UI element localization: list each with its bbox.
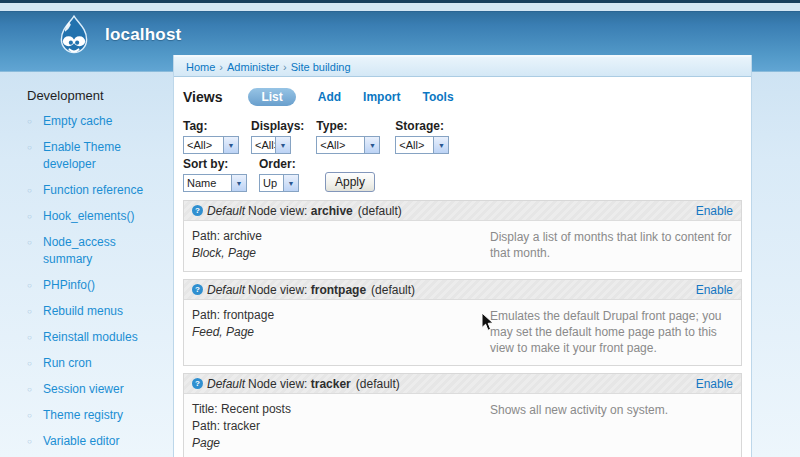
circle-bullet-icon: ○ xyxy=(27,139,43,173)
circle-bullet-icon: ○ xyxy=(27,234,43,268)
view-row-archive: ?DefaultNode view: archive(default) Enab… xyxy=(183,200,742,272)
view-path: Path: frontpage xyxy=(192,307,490,324)
sidebar-item-theme-registry[interactable]: Theme registry xyxy=(43,407,161,424)
circle-bullet-icon: ○ xyxy=(27,381,43,398)
view-displays: Page xyxy=(192,435,490,452)
breadcrumb-administer-link[interactable]: Administer xyxy=(227,61,279,73)
top-light-strip xyxy=(0,3,800,11)
circle-bullet-icon: ○ xyxy=(27,208,43,225)
sidebar-item-phpinfo[interactable]: PHPinfo() xyxy=(43,277,161,294)
sidebar-item-session-viewer[interactable]: Session viewer xyxy=(43,381,161,398)
circle-bullet-icon: ○ xyxy=(27,355,43,372)
view-path: Path: archive xyxy=(192,228,490,245)
list-item: ○Node_access summary xyxy=(27,234,173,268)
sidebar-item-run-cron[interactable]: Run cron xyxy=(43,355,161,372)
filter-tag: Tag: <All> ▼ xyxy=(183,119,239,154)
view-default-flag: Default xyxy=(207,204,245,218)
view-default-flag: Default xyxy=(207,283,245,297)
tab-add[interactable]: Add xyxy=(318,90,341,104)
sidebar-section-title: Development xyxy=(27,88,173,103)
sidebar-item-hook-elements[interactable]: Hook_elements() xyxy=(43,208,161,225)
content-panel: Home›Administer›Site building Views List… xyxy=(173,55,752,457)
dropdown-arrow-icon: ▼ xyxy=(283,175,298,191)
view-path: Path: tracker xyxy=(192,418,490,435)
list-item: ○Function reference xyxy=(27,182,173,199)
storage-select[interactable]: <All> ▼ xyxy=(395,136,449,154)
dropdown-arrow-icon: ▼ xyxy=(275,137,290,153)
sidebar-item-empty-cache[interactable]: Empty cache xyxy=(43,113,161,130)
sidebar-item-rebuild-menus[interactable]: Rebuild menus xyxy=(43,303,161,320)
view-row-body: Path: frontpage Feed, Page Emulates the … xyxy=(184,300,741,365)
view-kind: Node view: xyxy=(248,204,307,218)
view-title: Title: Recent posts xyxy=(192,401,490,418)
view-name: tracker xyxy=(311,377,351,391)
filter-order: Order: Up ▼ xyxy=(259,157,299,192)
circle-bullet-icon: ○ xyxy=(27,277,43,294)
sort-by-select[interactable]: Name ▼ xyxy=(183,174,247,192)
order-select[interactable]: Up ▼ xyxy=(259,174,299,192)
site-brand[interactable]: localhost xyxy=(56,14,181,56)
breadcrumb-separator: › xyxy=(219,61,223,73)
help-icon[interactable]: ? xyxy=(192,205,203,216)
list-item: ○PHPinfo() xyxy=(27,277,173,294)
filter-sort-by: Sort by: Name ▼ xyxy=(183,157,247,192)
breadcrumb-home-link[interactable]: Home xyxy=(186,61,215,73)
help-icon[interactable]: ? xyxy=(192,378,203,389)
circle-bullet-icon: ○ xyxy=(27,433,43,450)
circle-bullet-icon: ○ xyxy=(27,329,43,346)
list-item: ○Rebuild menus xyxy=(27,303,173,320)
view-row-header: ?DefaultNode view: frontpage(default) En… xyxy=(184,280,741,300)
view-row-frontpage: ?DefaultNode view: frontpage(default) En… xyxy=(183,279,742,366)
page-title: Views xyxy=(183,89,222,105)
view-row-tracker: ?DefaultNode view: tracker(default) Enab… xyxy=(183,373,742,457)
views-filters: Tag: <All> ▼ Displays: <All> ▼ xyxy=(183,119,742,192)
sidebar: Development ○Empty cache ○Enable Theme d… xyxy=(0,72,173,457)
circle-bullet-icon: ○ xyxy=(27,113,43,130)
view-name: frontpage xyxy=(311,283,366,297)
sidebar-item-reinstall-modules[interactable]: Reinstall modules xyxy=(43,329,161,346)
view-row-body: Title: Recent posts Path: tracker Page S… xyxy=(184,394,741,457)
list-item: ○Variable editor xyxy=(27,433,173,450)
sidebar-item-function-reference[interactable]: Function reference xyxy=(43,182,161,199)
help-icon[interactable]: ? xyxy=(192,284,203,295)
enable-link[interactable]: Enable xyxy=(696,377,733,391)
displays-label: Displays: xyxy=(251,119,304,133)
breadcrumb-site-building-link[interactable]: Site building xyxy=(291,61,351,73)
title-and-tabs-row: Views List Add Import Tools xyxy=(183,86,742,108)
tag-label: Tag: xyxy=(183,119,239,133)
tab-import[interactable]: Import xyxy=(363,90,400,104)
sidebar-item-node-access-summary[interactable]: Node_access summary xyxy=(43,234,161,268)
tab-tools[interactable]: Tools xyxy=(422,90,453,104)
view-name: archive xyxy=(311,204,353,218)
apply-button[interactable]: Apply xyxy=(325,172,375,192)
filter-displays: Displays: <All> ▼ xyxy=(251,119,304,154)
type-label: Type: xyxy=(316,119,380,133)
enable-link[interactable]: Enable xyxy=(696,283,733,297)
type-select[interactable]: <All> ▼ xyxy=(316,136,380,154)
tab-list[interactable]: List xyxy=(248,88,295,106)
view-description: Shows all new activity on system. xyxy=(490,401,733,452)
view-description: Emulates the default Drupal front page; … xyxy=(490,307,733,356)
filter-storage: Storage: <All> ▼ xyxy=(395,119,449,154)
sidebar-section-development: Development ○Empty cache ○Enable Theme d… xyxy=(27,88,173,450)
storage-label: Storage: xyxy=(395,119,449,133)
sidebar-item-enable-theme-developer[interactable]: Enable Theme developer xyxy=(43,139,161,173)
site-name[interactable]: localhost xyxy=(105,25,181,45)
enable-link[interactable]: Enable xyxy=(696,204,733,218)
circle-bullet-icon: ○ xyxy=(27,407,43,424)
list-item: ○Session viewer xyxy=(27,381,173,398)
view-displays: Block, Page xyxy=(192,245,490,262)
displays-select[interactable]: <All> ▼ xyxy=(251,136,291,154)
dropdown-arrow-icon: ▼ xyxy=(433,137,448,153)
view-default-flag: Default xyxy=(207,377,245,391)
circle-bullet-icon: ○ xyxy=(27,182,43,199)
view-kind: Node view: xyxy=(248,377,307,391)
tag-select[interactable]: <All> ▼ xyxy=(183,136,239,154)
view-row-header: ?DefaultNode view: tracker(default) Enab… xyxy=(184,374,741,394)
list-item: ○Hook_elements() xyxy=(27,208,173,225)
circle-bullet-icon: ○ xyxy=(27,303,43,320)
list-item: ○Enable Theme developer xyxy=(27,139,173,173)
druplicon-logo-icon xyxy=(56,14,92,56)
list-item: ○Empty cache xyxy=(27,113,173,130)
sidebar-item-variable-editor[interactable]: Variable editor xyxy=(43,433,161,450)
